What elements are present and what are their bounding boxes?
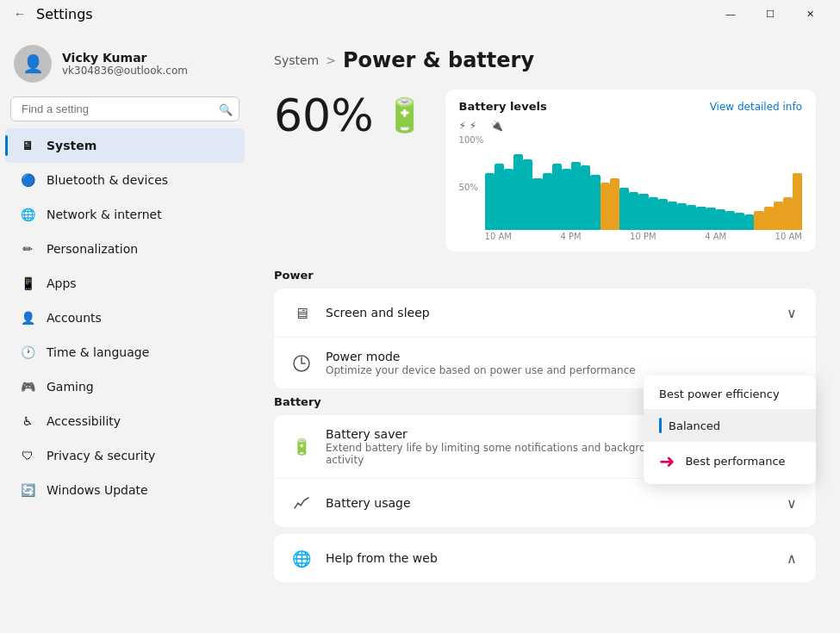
- page-header: System > Power & battery: [274, 48, 816, 72]
- chart-bar-3: [513, 154, 523, 230]
- sidebar-item-accessibility[interactable]: ♿Accessibility: [5, 404, 245, 438]
- web-help-row[interactable]: 🌐 Help from the web ∧: [274, 534, 816, 582]
- web-help-title: Help from the web: [326, 551, 783, 565]
- battery-percent-text: 60%: [274, 90, 374, 141]
- nav-label-apps: Apps: [47, 276, 77, 290]
- page-title: Power & battery: [343, 48, 534, 72]
- system-icon: 🖥: [19, 137, 36, 154]
- screen-sleep-text: Screen and sleep: [326, 306, 783, 320]
- dropdown-performance[interactable]: ➜ Best performance: [644, 442, 816, 481]
- sidebar-item-gaming[interactable]: 🎮Gaming: [5, 369, 245, 404]
- screen-sleep-icon: 🖥: [289, 301, 314, 325]
- screen-sleep-title: Screen and sleep: [326, 306, 783, 320]
- time-icon: 🕐: [19, 344, 36, 361]
- sidebar-item-accounts[interactable]: 👤Accounts: [5, 301, 245, 335]
- chart-bar-21: [687, 205, 696, 230]
- title-bar-left: ← Settings: [10, 6, 93, 22]
- battery-usage-row[interactable]: Battery usage ∨: [274, 479, 816, 527]
- battery-usage-chevron[interactable]: ∨: [783, 492, 800, 515]
- personalization-icon: ✏️: [19, 240, 36, 258]
- avatar: 👤: [14, 45, 52, 83]
- power-mode-text: Power mode Optimize your device based on…: [326, 350, 800, 376]
- chart-bar-0: [485, 173, 495, 230]
- chart-bar-17: [649, 197, 658, 231]
- accounts-icon: 👤: [19, 309, 36, 326]
- web-help-text: Help from the web: [326, 551, 783, 565]
- sidebar-item-windowsupdate[interactable]: 🔄Windows Update: [5, 473, 245, 507]
- view-detailed-link[interactable]: View detailed info: [710, 101, 802, 113]
- chart-bar-27: [744, 214, 754, 230]
- battery-icon-large: 🔋: [384, 96, 425, 134]
- maximize-button[interactable]: ☐: [750, 0, 790, 28]
- power-section-label: Power: [274, 269, 816, 282]
- battery-saver-icon: 🔋: [289, 435, 314, 459]
- power-mode-row[interactable]: Power mode Optimize your device based on…: [274, 338, 816, 388]
- user-section: 👤 Vicky Kumar vk304836@outlook.com: [0, 34, 250, 96]
- time-label: 10 AM: [485, 232, 512, 241]
- battery-saver-subtitle: Extend battery life by limiting some not…: [326, 442, 679, 466]
- nav-label-gaming: Gaming: [47, 380, 94, 394]
- chart-title: Battery levels: [459, 100, 547, 113]
- chart-bar-12: [600, 183, 610, 230]
- sidebar-item-personalization[interactable]: ✏️Personalization: [5, 232, 245, 266]
- chart-bar-23: [706, 208, 716, 230]
- nav-label-bluetooth: Bluetooth & devices: [47, 173, 168, 187]
- dropdown-balanced[interactable]: Balanced: [644, 409, 816, 442]
- content-area: System > Power & battery 60% 🔋 Battery l…: [250, 28, 840, 633]
- chart-wrapper: 100% 50%: [459, 135, 802, 230]
- sidebar-item-bluetooth[interactable]: 🔵Bluetooth & devices: [5, 163, 245, 197]
- power-mode-title: Power mode: [326, 350, 800, 363]
- chart-bar-19: [668, 202, 677, 230]
- sidebar-item-privacy[interactable]: 🛡Privacy & security: [5, 438, 245, 473]
- minimize-button[interactable]: —: [711, 0, 750, 28]
- arrow-icon: ➜: [659, 450, 675, 472]
- balanced-active-bar: [659, 418, 662, 433]
- main-content: 👤 Vicky Kumar vk304836@outlook.com 🔍 🖥Sy…: [0, 28, 840, 633]
- y-axis: 100% 50%: [459, 135, 484, 230]
- battery-usage-text: Battery usage: [326, 496, 783, 510]
- time-label: 10 PM: [630, 232, 656, 241]
- time-label: 10 AM: [775, 232, 802, 241]
- chart-header: Battery levels View detailed info: [459, 100, 802, 113]
- chart-bar-5: [532, 178, 542, 231]
- chart-bar-13: [610, 178, 619, 231]
- app-title: Settings: [36, 6, 93, 22]
- chart-bar-15: [629, 192, 638, 230]
- chart-bars: [459, 135, 802, 230]
- power-mode-dropdown: Best power efficiency Balanced ➜ Best pe…: [644, 375, 816, 484]
- chart-bar-22: [696, 207, 706, 231]
- sidebar-item-network[interactable]: 🌐Network & internet: [5, 197, 245, 232]
- nav-label-personalization: Personalization: [47, 242, 138, 256]
- chart-bar-7: [552, 164, 562, 230]
- power-mode-icon: [289, 351, 314, 375]
- back-button[interactable]: ←: [10, 7, 29, 21]
- network-icon: 🌐: [19, 206, 36, 223]
- web-help-chevron[interactable]: ∧: [783, 547, 800, 570]
- user-email: vk304836@outlook.com: [62, 65, 188, 77]
- title-bar-controls: — ☐ ✕: [711, 0, 830, 28]
- sidebar-item-apps[interactable]: 📱Apps: [5, 266, 245, 301]
- search-icon: 🔍: [219, 102, 233, 115]
- chart-bar-14: [619, 188, 629, 231]
- nav-label-privacy: Privacy & security: [47, 449, 155, 462]
- dropdown-efficiency[interactable]: Best power efficiency: [644, 379, 816, 409]
- battery-saver-text: Battery saver Extend battery life by lim…: [326, 427, 679, 466]
- sidebar-item-time[interactable]: 🕐Time & language: [5, 335, 245, 369]
- chart-bar-29: [764, 207, 774, 231]
- user-info: Vicky Kumar vk304836@outlook.com: [62, 51, 188, 77]
- gaming-icon: 🎮: [19, 378, 36, 395]
- chart-bar-10: [581, 165, 590, 230]
- battery-chart-section: Battery levels View detailed info ⚡ ⚡ 🔌 …: [445, 90, 816, 251]
- close-button[interactable]: ✕: [790, 0, 830, 28]
- screen-sleep-row[interactable]: 🖥 Screen and sleep ∨: [274, 289, 816, 338]
- chart-bar-4: [523, 159, 532, 231]
- nav-label-accounts: Accounts: [47, 311, 102, 325]
- time-label: 4 PM: [560, 232, 581, 241]
- sidebar-item-system[interactable]: 🖥System: [5, 128, 245, 163]
- chart-bar-24: [716, 209, 725, 230]
- chart-bar-20: [677, 203, 687, 230]
- screen-sleep-chevron[interactable]: ∨: [783, 301, 800, 325]
- search-input[interactable]: [10, 96, 240, 121]
- chart-bar-26: [735, 213, 744, 230]
- privacy-icon: 🛡: [19, 447, 36, 464]
